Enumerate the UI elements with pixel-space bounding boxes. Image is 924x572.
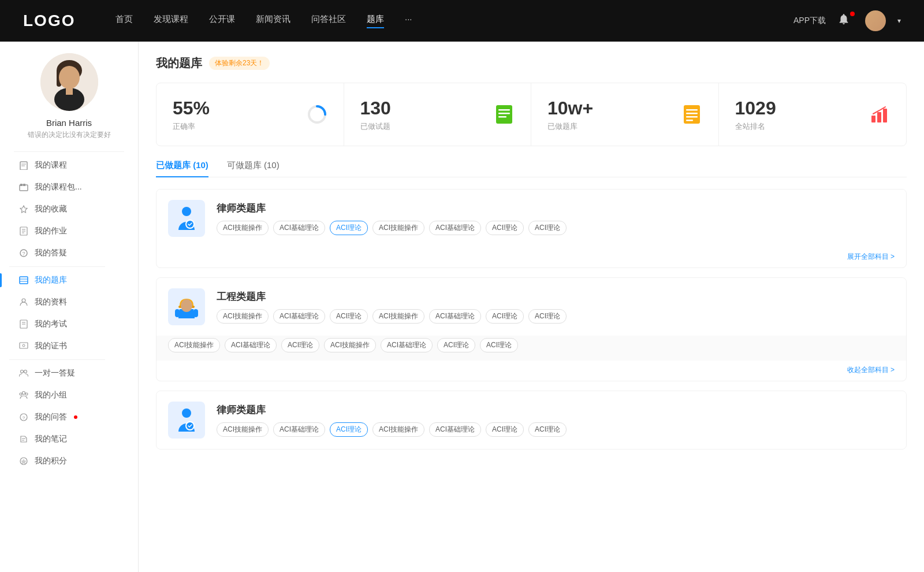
bank-tag-2-5[interactable]: ACI理论 (486, 422, 524, 437)
nav-question-bank[interactable]: 题库 (367, 14, 384, 28)
bank-tag-0-6[interactable]: ACI理论 (528, 221, 567, 235)
nav-qa[interactable]: 问答社区 (311, 14, 346, 28)
stat-accuracy-text: 55% 正确率 (173, 97, 299, 132)
sidebar-divider-1 (14, 151, 124, 152)
svg-rect-19 (20, 277, 28, 284)
bank-tag-0-3[interactable]: ACI技能操作 (372, 221, 424, 235)
my-questions-icon: ? (18, 412, 29, 422)
sidebar-item-my-homework[interactable]: 我的作业 (9, 220, 129, 242)
stat-global-rank-value: 1029 (735, 97, 862, 119)
svg-marker-38 (21, 459, 27, 465)
bank-tag-1-1[interactable]: ACI基础理论 (273, 309, 325, 324)
sidebar-item-my-course[interactable]: 我的课程 (9, 154, 129, 176)
user-avatar[interactable] (865, 10, 886, 31)
bank-title-1: 工程类题库 (217, 290, 895, 303)
done-banks-icon (681, 104, 702, 125)
bank-title-2: 律师类题库 (217, 403, 895, 417)
sidebar-item-my-collection[interactable]: 我的收藏 (9, 198, 129, 220)
sidebar-item-one-on-one[interactable]: 一对一答疑 (9, 362, 129, 384)
sidebar-label-my-qa: 我的答疑 (35, 248, 67, 258)
svg-rect-52 (883, 109, 887, 122)
stat-done-banks: 10w+ 已做题库 (531, 83, 719, 146)
nav-discover[interactable]: 发现课程 (154, 14, 188, 28)
my-certificate-icon (18, 341, 29, 351)
sidebar-item-my-notes[interactable]: 我的笔记 (9, 428, 129, 450)
logo[interactable]: LOGO (23, 12, 81, 30)
sidebar-item-my-question-bank[interactable]: 我的题库 (9, 269, 129, 291)
bank-body-tags-1: ACI技能操作 ACI基础理论 ACI理论 ACI技能操作 ACI基础理论 AC… (168, 338, 895, 352)
sidebar-item-course-package[interactable]: 我的课程包... (9, 176, 129, 198)
bank-body-tag-1-5[interactable]: ACI理论 (437, 338, 475, 352)
sidebar-item-my-points[interactable]: 我的积分 (9, 450, 129, 472)
sidebar-avatar (40, 53, 98, 111)
expand-link-0[interactable]: 展开全部科目 > (847, 252, 895, 261)
bank-footer-0: 展开全部科目 > (157, 247, 906, 268)
tab-row: 已做题库 (10) 可做题库 (10) (156, 160, 907, 177)
sidebar-item-my-questions[interactable]: ? 我的问答 (9, 406, 129, 428)
app-download-link[interactable]: APP下载 (793, 16, 826, 26)
sidebar-label-one-on-one: 一对一答疑 (35, 368, 75, 378)
bank-body-1: ACI技能操作 ACI基础理论 ACI理论 ACI技能操作 ACI基础理论 AC… (157, 336, 906, 361)
notification-bell[interactable] (837, 13, 854, 29)
sidebar-label-my-profile: 我的资料 (35, 297, 67, 307)
bank-body-tag-1-3[interactable]: ACI技能操作 (324, 338, 376, 352)
sidebar-item-my-qa[interactable]: ? 我的答疑 (9, 242, 129, 264)
sidebar-label-course-package: 我的课程包... (35, 182, 82, 192)
bank-tag-1-3[interactable]: ACI技能操作 (372, 309, 424, 324)
svg-point-27 (23, 344, 25, 347)
bank-tag-1-5[interactable]: ACI理论 (486, 309, 524, 324)
bank-body-tag-1-4[interactable]: ACI基础理论 (381, 338, 433, 352)
sidebar-item-my-group[interactable]: 我的小组 (9, 384, 129, 406)
nav-open-course[interactable]: 公开课 (209, 14, 235, 28)
bank-tag-1-2[interactable]: ACI理论 (330, 309, 368, 324)
bank-tag-2-1[interactable]: ACI基础理论 (273, 422, 325, 437)
bank-tag-2-4[interactable]: ACI基础理论 (429, 422, 481, 437)
accuracy-icon (307, 104, 327, 125)
stat-done-banks-label: 已做题库 (547, 121, 673, 132)
bank-body-tag-1-0[interactable]: ACI技能操作 (168, 338, 220, 352)
bank-tag-0-1[interactable]: ACI基础理论 (273, 221, 325, 235)
bank-tag-0-5[interactable]: ACI理论 (486, 221, 524, 235)
my-points-icon (18, 456, 29, 466)
bank-tag-1-4[interactable]: ACI基础理论 (429, 309, 481, 324)
bank-icon-lawyer-2 (168, 402, 205, 439)
bank-tag-0-2[interactable]: ACI理论 (330, 221, 368, 235)
svg-marker-12 (20, 206, 27, 213)
tab-done-banks[interactable]: 已做题库 (10) (156, 160, 208, 177)
sidebar-item-my-profile[interactable]: 我的资料 (9, 291, 129, 313)
svg-point-59 (181, 299, 192, 312)
main-content: 我的题库 体验剩余23天！ 55% 正确率 130 (139, 42, 924, 572)
bank-header-0: 律师类题库 ACI技能操作 ACI基础理论 ACI理论 ACI技能操作 ACI基… (157, 190, 906, 247)
nav-home[interactable]: 首页 (116, 14, 133, 28)
bank-tag-1-0[interactable]: ACI技能操作 (217, 309, 269, 324)
stat-global-rank: 1029 全站排名 (719, 83, 907, 146)
bank-tag-2-2[interactable]: ACI理论 (330, 422, 368, 437)
sidebar-item-my-exam[interactable]: 我的考试 (9, 313, 129, 335)
bank-section-1: 工程类题库 ACI技能操作 ACI基础理论 ACI理论 ACI技能操作 ACI基… (156, 277, 907, 381)
my-qa-icon: ? (18, 248, 29, 258)
bank-tag-0-0[interactable]: ACI技能操作 (217, 221, 269, 235)
bank-tag-0-4[interactable]: ACI基础理论 (429, 221, 481, 235)
tab-available-banks[interactable]: 可做题库 (10) (227, 160, 280, 177)
nav-news[interactable]: 新闻资讯 (256, 14, 290, 28)
user-dropdown-arrow[interactable]: ▾ (897, 17, 901, 25)
bank-body-tag-1-2[interactable]: ACI理论 (281, 338, 319, 352)
bank-body-tag-1-1[interactable]: ACI基础理论 (225, 338, 277, 352)
questions-badge (74, 415, 77, 419)
bank-tag-2-0[interactable]: ACI技能操作 (217, 422, 269, 437)
sidebar: Brian Harris 错误的决定比没有决定要好 我的课程 我的课程包... (0, 42, 139, 572)
bank-tag-2-6[interactable]: ACI理论 (528, 422, 567, 437)
bank-body-tag-1-6[interactable]: ACI理论 (480, 338, 518, 352)
nav-right: APP下载 ▾ (793, 10, 901, 31)
nav-more[interactable]: ··· (405, 14, 412, 28)
page-header: 我的题库 体验剩余23天！ (156, 55, 907, 71)
collapse-link-1[interactable]: 收起全部科目 > (847, 366, 895, 374)
bank-tag-2-3[interactable]: ACI技能操作 (372, 422, 424, 437)
sidebar-item-my-certificate[interactable]: 我的证书 (9, 335, 129, 357)
course-package-icon (18, 182, 29, 192)
my-notes-icon (18, 434, 29, 444)
my-question-bank-icon (18, 275, 29, 285)
bank-content-2: 律师类题库 ACI技能操作 ACI基础理论 ACI理论 ACI技能操作 ACI基… (217, 403, 895, 437)
bank-tag-1-6[interactable]: ACI理论 (528, 309, 567, 324)
svg-text:?: ? (22, 251, 25, 257)
